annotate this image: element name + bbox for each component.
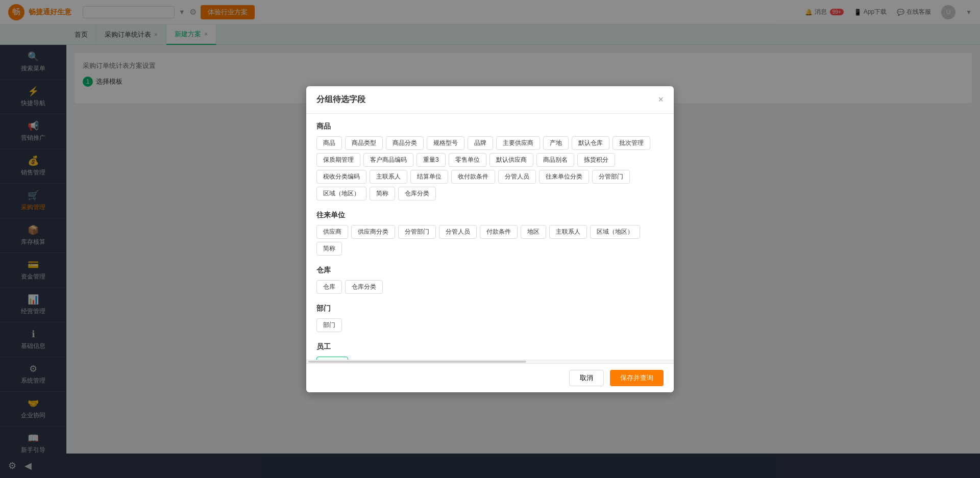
field-tag[interactable]: 简称 [370, 187, 395, 200]
field-tags: 部门 [316, 318, 664, 332]
field-tag[interactable]: 往来单位分类 [539, 170, 589, 184]
field-tag[interactable]: 收付款条件 [451, 170, 495, 184]
field-tag[interactable]: 分管人员 [439, 225, 477, 239]
field-tag[interactable]: 部门 [316, 318, 342, 332]
field-tags: 商品商品类型商品分类规格型号品牌主要供应商产地默认仓库批次管理保质期管理客户商品… [316, 136, 664, 200]
field-tag[interactable]: 客户商品编码 [363, 153, 413, 167]
field-tag[interactable]: 主联系人 [370, 170, 407, 184]
field-tags: 仓库仓库分类 [316, 280, 664, 294]
field-tag[interactable]: 结算单位 [410, 170, 448, 184]
field-tag[interactable]: 仓库分类 [398, 187, 436, 200]
field-tag[interactable]: 零售单位 [449, 153, 486, 167]
field-tag[interactable]: 重量3 [416, 153, 446, 167]
section-title: 部门 [316, 304, 664, 313]
field-tag[interactable]: 简称 [316, 242, 342, 256]
field-section-部门: 部门部门 [316, 304, 664, 332]
field-tag[interactable]: 商品别名 [536, 153, 574, 167]
field-tag[interactable]: 默认供应商 [489, 153, 533, 167]
section-title: 仓库 [316, 266, 664, 275]
dialog-overlay: 分组待选字段 × 商品商品商品类型商品分类规格型号品牌主要供应商产地默认仓库批次… [0, 0, 980, 454]
field-tag[interactable]: 分管部门 [592, 170, 630, 184]
field-section-往来单位: 往来单位供应商供应商分类分管部门分管人员付款条件地区主联系人区域（地区）简称 [316, 211, 664, 256]
field-section-仓库: 仓库仓库仓库分类 [316, 266, 664, 294]
field-select-dialog: 分组待选字段 × 商品商品商品类型商品分类规格型号品牌主要供应商产地默认仓库批次… [306, 86, 674, 392]
field-tag[interactable]: 商品 [316, 136, 342, 150]
section-title: 商品 [316, 122, 664, 131]
dialog-footer: 取消 保存并查询 [306, 363, 674, 392]
field-tag[interactable]: 业务员 [316, 357, 348, 360]
cancel-button[interactable]: 取消 [569, 370, 604, 386]
field-tag[interactable]: 地区 [521, 225, 546, 239]
field-tag[interactable]: 付款条件 [480, 225, 518, 239]
field-tag[interactable]: 区域（地区） [316, 187, 366, 200]
field-tag[interactable]: 分管人员 [498, 170, 536, 184]
dialog-body[interactable]: 商品商品商品类型商品分类规格型号品牌主要供应商产地默认仓库批次管理保质期管理客户… [306, 114, 674, 360]
field-tag[interactable]: 品牌 [468, 136, 493, 150]
field-tag[interactable]: 供应商 [316, 225, 348, 239]
field-tag[interactable]: 供应商分类 [351, 225, 395, 239]
field-section-员工: 员工业务员 [316, 342, 664, 360]
field-tag[interactable]: 产地 [543, 136, 569, 150]
section-title: 员工 [316, 342, 664, 351]
dialog-close-button[interactable]: × [658, 94, 664, 105]
field-tag[interactable]: 主联系人 [549, 225, 587, 239]
field-tag[interactable]: 区域（地区） [590, 225, 640, 239]
field-tag[interactable]: 仓库分类 [345, 280, 383, 294]
field-tag[interactable]: 税收分类编码 [316, 170, 366, 184]
field-tag[interactable]: 拣货积分 [577, 153, 615, 167]
field-tags: 供应商供应商分类分管部门分管人员付款条件地区主联系人区域（地区）简称 [316, 225, 664, 256]
field-tag[interactable]: 主要供应商 [496, 136, 540, 150]
confirm-button[interactable]: 保存并查询 [610, 370, 664, 386]
hscroll-thumb [308, 361, 526, 363]
field-tag[interactable]: 商品类型 [345, 136, 383, 150]
dialog-title: 分组待选字段 [316, 94, 365, 105]
field-section-商品: 商品商品商品类型商品分类规格型号品牌主要供应商产地默认仓库批次管理保质期管理客户… [316, 122, 664, 200]
field-tag[interactable]: 默认仓库 [572, 136, 609, 150]
field-tag[interactable]: 规格型号 [427, 136, 464, 150]
section-title: 往来单位 [316, 211, 664, 220]
field-tag[interactable]: 商品分类 [386, 136, 424, 150]
field-tag[interactable]: 仓库 [316, 280, 342, 294]
field-tag[interactable]: 分管部门 [398, 225, 436, 239]
dialog-header: 分组待选字段 × [306, 86, 674, 114]
field-tags: 业务员 [316, 357, 664, 360]
field-tag[interactable]: 保质期管理 [316, 153, 360, 167]
field-tag[interactable]: 批次管理 [612, 136, 650, 150]
